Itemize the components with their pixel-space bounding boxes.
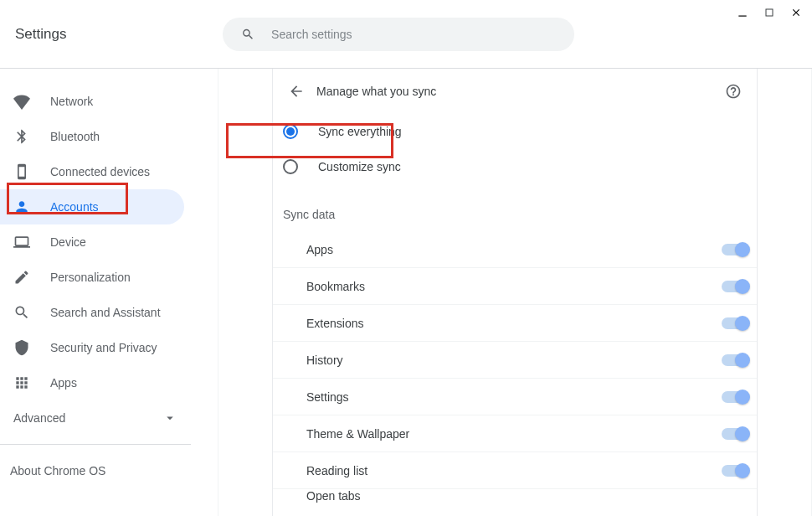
sidebar-about[interactable]: About Chrome OS: [0, 453, 218, 488]
sync-row-extensions: Extensions: [273, 305, 757, 342]
sidebar-item-search-assistant[interactable]: Search and Assistant: [0, 295, 218, 330]
person-icon: [13, 199, 30, 215]
sidebar-item-label: Connected devices: [50, 165, 150, 178]
sidebar-item-label: Bluetooth: [50, 130, 100, 143]
bluetooth-icon: [13, 128, 30, 145]
svg-rect-0: [738, 16, 746, 17]
back-button[interactable]: [281, 76, 311, 106]
sync-row-label: Apps: [306, 243, 333, 256]
sidebar-item-label: Personalization: [50, 271, 131, 284]
sync-row-reading-list: Reading list: [273, 452, 757, 489]
sync-row-bookmarks: Bookmarks: [273, 268, 757, 305]
about-label: About Chrome OS: [10, 464, 105, 477]
search-input[interactable]: [270, 27, 556, 42]
sidebar-item-device[interactable]: Device: [0, 224, 218, 260]
apps-grid-icon: [13, 374, 30, 391]
sidebar-item-connected-devices[interactable]: Connected devices: [0, 154, 218, 189]
sidebar-item-security-privacy[interactable]: Security and Privacy: [0, 330, 218, 365]
toggle-switch[interactable]: [722, 317, 748, 329]
header: Settings: [0, 0, 812, 69]
sync-row-history: History: [273, 342, 757, 379]
sidebar-item-label: Search and Assistant: [50, 306, 161, 319]
sync-row-label: Open tabs: [306, 489, 361, 503]
sidebar-item-personalization[interactable]: Personalization: [0, 260, 218, 295]
radio-icon: [283, 124, 298, 139]
sidebar-item-label: Device: [50, 235, 86, 249]
search-box[interactable]: [223, 18, 574, 51]
app-title: Settings: [15, 26, 66, 43]
advanced-label: Advanced: [13, 411, 65, 425]
page-title: Manage what you sync: [316, 85, 436, 98]
radio-sync-everything[interactable]: Sync everything: [273, 114, 757, 149]
help-button[interactable]: [718, 76, 748, 106]
search-icon: [13, 304, 30, 321]
shield-icon: [13, 339, 30, 356]
sync-row-label: Bookmarks: [306, 280, 365, 293]
toggle-switch[interactable]: [722, 354, 748, 366]
toggle-switch[interactable]: [722, 391, 748, 403]
sync-row-open-tabs: Open tabs: [273, 489, 757, 509]
radio-label: Customize sync: [318, 160, 401, 173]
laptop-icon: [13, 234, 30, 250]
sidebar-item-label: Network: [50, 95, 93, 108]
help-icon: [725, 83, 742, 100]
sidebar-advanced[interactable]: Advanced: [0, 400, 191, 436]
search-icon: [241, 27, 254, 42]
sync-row-apps: Apps: [273, 231, 757, 268]
sync-row-label: Extensions: [306, 317, 363, 330]
section-title: Sync data: [273, 184, 757, 231]
sync-row-label: History: [306, 353, 343, 367]
sidebar-item-accounts[interactable]: Accounts: [0, 189, 184, 224]
sidebar-item-bluetooth[interactable]: Bluetooth: [0, 119, 218, 154]
main-panel: Manage what you sync Sync everything Cus…: [218, 69, 812, 516]
sync-row-label: Reading list: [306, 464, 367, 477]
toggle-switch[interactable]: [722, 465, 748, 477]
sync-row-theme: Theme & Wallpaper: [273, 415, 757, 452]
sync-row-label: Theme & Wallpaper: [306, 427, 409, 441]
settings-card: Manage what you sync Sync everything Cus…: [272, 69, 758, 516]
radio-icon: [283, 159, 298, 174]
maximize-icon[interactable]: [762, 5, 777, 20]
sidebar-separator: [0, 444, 191, 445]
sync-row-settings: Settings: [273, 379, 757, 415]
arrow-left-icon: [288, 83, 305, 100]
sidebar: Network Bluetooth Connected devices Acco…: [0, 69, 218, 516]
svg-rect-1: [766, 9, 773, 16]
toggle-switch[interactable]: [722, 428, 748, 440]
sidebar-item-label: Accounts: [50, 200, 99, 214]
radio-customize-sync[interactable]: Customize sync: [273, 149, 757, 184]
minimize-icon[interactable]: [735, 5, 750, 20]
sidebar-item-apps[interactable]: Apps: [0, 365, 218, 400]
toggle-switch[interactable]: [722, 244, 748, 255]
chevron-down-icon: [162, 410, 177, 426]
sidebar-item-network[interactable]: Network: [0, 84, 218, 119]
sync-row-label: Settings: [306, 390, 349, 404]
wifi-icon: [13, 93, 30, 110]
sidebar-item-label: Apps: [50, 376, 77, 390]
phone-icon: [13, 163, 30, 180]
pencil-icon: [13, 269, 30, 286]
radio-label: Sync everything: [318, 125, 402, 138]
toggle-switch[interactable]: [722, 281, 748, 292]
close-icon[interactable]: [789, 5, 804, 20]
sidebar-item-label: Security and Privacy: [50, 341, 157, 354]
